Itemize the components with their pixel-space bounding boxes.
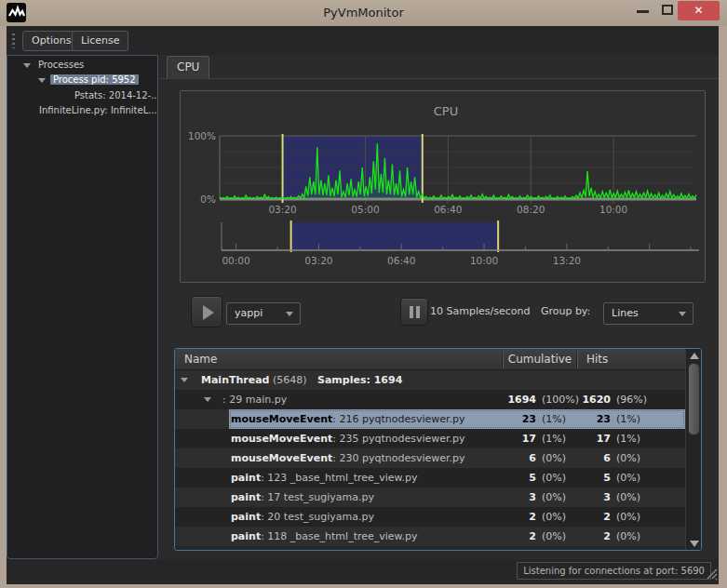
range-tick-label: 13:20 bbox=[553, 255, 581, 266]
range-tick-label: 10:00 bbox=[470, 255, 498, 266]
close-button[interactable]: ✕ bbox=[678, 1, 720, 20]
table-row[interactable]: mouseMoveEvent: 235 pyqtnodesviewer.py17… bbox=[175, 429, 685, 448]
cumulative-cell: 23(1%) bbox=[503, 409, 577, 429]
profile-table: Name Cumulative Hits MainThread (5648)Sa… bbox=[174, 348, 702, 551]
app-content: Options License ProcessesProcess pid: 59… bbox=[7, 26, 719, 584]
table-scrollbar[interactable] bbox=[685, 349, 701, 550]
toolbar-grip-handle[interactable] bbox=[12, 33, 15, 48]
table-row[interactable]: mouseMoveEvent: 216 pyqtnodesviewer.py23… bbox=[175, 409, 685, 429]
hits-cell: 5(0%) bbox=[577, 468, 685, 488]
table-row[interactable]: paint: 20 test_sugiyama.py2(0%)2(0%) bbox=[175, 507, 685, 527]
status-bar: Listening for connections at port: 5690 bbox=[7, 559, 719, 584]
profiler-dropdown[interactable]: yappi bbox=[226, 302, 301, 325]
cumulative-cell: 2(0%) bbox=[503, 507, 577, 527]
group-by-label: Group by: bbox=[541, 305, 590, 317]
license-button[interactable]: License bbox=[72, 31, 128, 51]
function-name: paint: 118 _base_html_tree_view.py bbox=[231, 527, 418, 546]
chevron-down-icon bbox=[286, 312, 293, 316]
cumulative-cell: 17(1%) bbox=[503, 429, 577, 448]
sampling-labels: 10 Samples/second Group by: bbox=[430, 305, 590, 317]
hits-cell: 1620(96%) bbox=[577, 390, 685, 409]
tab-pane-divider bbox=[160, 78, 719, 79]
cumulative-cell: 6(0%) bbox=[503, 448, 577, 468]
tab-cpu[interactable]: CPU bbox=[167, 56, 209, 79]
thread-name: MainThread (5648) bbox=[201, 370, 307, 390]
table-row[interactable]: mouseMoveEvent: 230 pyqtnodesviewer.py6(… bbox=[175, 448, 685, 468]
tree-item[interactable]: Pstats: 2014-12-... bbox=[7, 89, 157, 103]
arrow-down-icon bbox=[690, 541, 699, 547]
cumulative-cell: 3(0%) bbox=[503, 488, 577, 507]
table-row[interactable]: MainThread (5648)Samples: 1694 bbox=[175, 370, 685, 390]
status-message: Listening for connections at port: 5690 bbox=[517, 562, 711, 580]
range-tick-label: 06:40 bbox=[387, 255, 415, 266]
table-row[interactable]: paint: 123 _base_html_tree_view.py5(0%)5… bbox=[175, 468, 685, 488]
function-name: paint: 17 test_sugiyama.py bbox=[231, 488, 374, 507]
tree-item[interactable]: InfiniteLine.py: InfiniteL... bbox=[7, 104, 157, 118]
hits-cell: 2(0%) bbox=[577, 507, 685, 527]
x-tick-label: 06:40 bbox=[434, 204, 462, 215]
function-name: paint: 123 _base_html_tree_view.py bbox=[231, 468, 418, 488]
range-tick-label: 03:20 bbox=[304, 255, 332, 266]
column-header-hits[interactable]: Hits bbox=[586, 349, 608, 370]
tab-cpu-label: CPU bbox=[177, 60, 199, 74]
hits-cell: 17(1%) bbox=[577, 429, 685, 448]
y-axis-label: 0% bbox=[200, 194, 216, 205]
y-axis-label: 100% bbox=[188, 130, 216, 141]
resize-grip[interactable] bbox=[705, 567, 719, 581]
maximize-icon bbox=[662, 5, 673, 15]
scroll-down-button[interactable] bbox=[687, 537, 701, 549]
cpu-usage-chart[interactable]: CPU100%0%03:2005:0006:4008:2010:0000:000… bbox=[181, 91, 707, 284]
profiler-dropdown-value: yappi bbox=[235, 307, 263, 319]
pause-button[interactable] bbox=[400, 298, 428, 326]
hits-cell: 6(0%) bbox=[577, 448, 685, 468]
minimize-button[interactable] bbox=[634, 0, 654, 20]
close-icon: ✕ bbox=[693, 4, 703, 17]
cumulative-cell: 1694(100%) bbox=[503, 390, 577, 409]
tree-item[interactable]: Processes bbox=[7, 59, 157, 73]
tree-item-label: InfiniteLine.py: InfiniteL... bbox=[39, 105, 157, 115]
function-name: mouseMoveEvent: 216 pyqtnodesviewer.py bbox=[231, 409, 465, 429]
cpu-chart-panel: CPU100%0%03:2005:0006:4008:2010:0000:000… bbox=[180, 90, 706, 283]
scroll-up-button[interactable] bbox=[687, 350, 701, 362]
expand-arrow-icon[interactable] bbox=[38, 78, 46, 83]
chart-title: CPU bbox=[434, 104, 458, 118]
tree-item[interactable]: Process pid: 5952 bbox=[7, 74, 157, 87]
cell-text: Samples: 1694 bbox=[317, 370, 402, 390]
table-row[interactable]: : 29 main.py1694(100%)1620(96%) bbox=[175, 390, 685, 409]
table-row[interactable]: paint: 17 test_sugiyama.py3(0%)3(0%) bbox=[175, 488, 685, 507]
column-header-cumulative[interactable]: Cumulative bbox=[503, 349, 577, 370]
tree-item-label: Pstats: 2014-12-... bbox=[74, 90, 158, 100]
titlebar[interactable]: PyVmMonitor ✕ bbox=[0, 0, 727, 26]
cumulative-cell: 5(0%) bbox=[503, 468, 577, 488]
function-name: paint: 20 test_sugiyama.py bbox=[231, 507, 374, 527]
samples-per-second-label: 10 Samples/second bbox=[430, 305, 530, 317]
hits-cell: 23(1%) bbox=[577, 409, 685, 429]
maximize-button[interactable] bbox=[659, 0, 680, 20]
scrollbar-thumb[interactable] bbox=[688, 363, 700, 435]
hits-cell: 3(0%) bbox=[577, 488, 685, 507]
pause-icon bbox=[410, 306, 413, 318]
expand-arrow-icon[interactable] bbox=[204, 397, 211, 402]
x-tick-label: 08:20 bbox=[517, 204, 545, 215]
group-by-dropdown[interactable]: Lines bbox=[603, 302, 693, 325]
column-separator[interactable] bbox=[577, 351, 578, 368]
x-tick-label: 03:20 bbox=[268, 204, 296, 215]
play-button[interactable] bbox=[191, 296, 222, 327]
window-title: PyVmMonitor bbox=[0, 6, 727, 20]
expand-arrow-icon[interactable] bbox=[23, 63, 31, 68]
column-header-name[interactable]: Name bbox=[184, 349, 217, 370]
process-tree: ProcessesProcess pid: 5952Pstats: 2014-1… bbox=[7, 55, 158, 559]
expand-arrow-icon[interactable] bbox=[181, 378, 188, 382]
range-tick-label: 00:00 bbox=[222, 255, 249, 266]
range-selection-block[interactable] bbox=[291, 222, 499, 250]
function-name: mouseMoveEvent: 230 pyqtnodesviewer.py bbox=[231, 448, 465, 468]
minimize-icon bbox=[637, 10, 649, 13]
play-icon bbox=[203, 305, 214, 320]
tree-item-label: Processes bbox=[38, 60, 84, 70]
tree-item-label: Process pid: 5952 bbox=[50, 74, 139, 85]
x-tick-label: 05:00 bbox=[351, 204, 379, 215]
table-row[interactable]: paint: 118 _base_html_tree_view.py2(0%)2… bbox=[175, 527, 685, 546]
cell-text: : 29 main.py bbox=[222, 390, 287, 409]
arrow-up-icon bbox=[690, 353, 699, 359]
x-tick-label: 10:00 bbox=[599, 204, 627, 215]
